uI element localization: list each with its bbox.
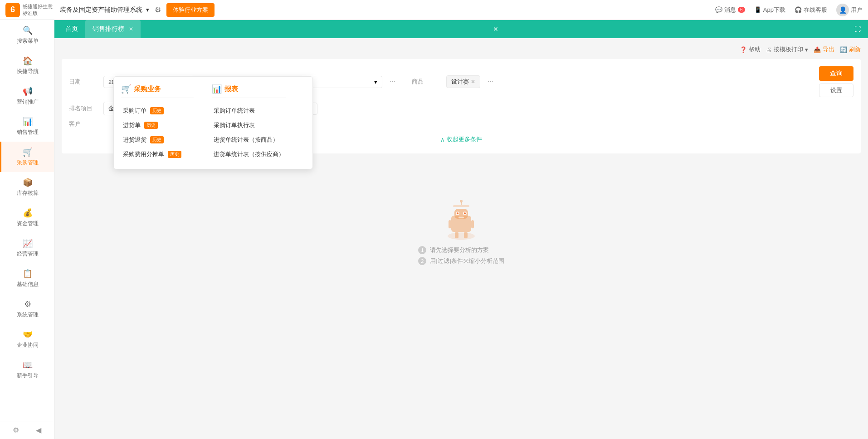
history-badge-return: 历史 — [150, 136, 164, 143]
system-icon: ⚙ — [24, 299, 31, 309]
home-icon: 🏠 — [23, 56, 33, 66]
print-dropdown-icon: ▾ — [805, 46, 808, 53]
tab-sales-rank-label: 销售排行榜 — [93, 25, 124, 33]
history-badge-receipt: 历史 — [144, 122, 158, 129]
tab-close-btn[interactable]: ✕ — [129, 26, 133, 32]
sidebar-item-marketing[interactable]: 📢 营销推广 — [0, 81, 54, 111]
tab-expand-btn[interactable]: ✕ — [489, 25, 502, 33]
purchase-icon: 🛒 — [23, 147, 33, 157]
svg-rect-10 — [455, 232, 458, 238]
logo-text: 畅捷通好生意 标准版 — [23, 3, 53, 16]
sidebar-label-quick-nav: 快捷导航 — [17, 68, 39, 75]
main-layout: 🔍 搜索菜单 🏠 快捷导航 📢 营销推广 📊 销售管理 🛒 采购管理 📦 库存核… — [0, 20, 868, 439]
message-icon: 💬 — [715, 6, 722, 13]
base-info-icon: 📋 — [23, 269, 33, 279]
sidebar-collapse-btn[interactable]: ◀ — [36, 426, 41, 434]
svg-rect-12 — [453, 205, 469, 207]
sidebar-item-operation[interactable]: 📈 经营管理 — [0, 233, 54, 263]
sidebar-label-purchase: 采购管理 — [17, 159, 39, 167]
refresh-btn[interactable]: 🔄 刷新 — [840, 45, 861, 54]
user-btn[interactable]: 👤 用户 — [836, 4, 863, 16]
export-icon: 📤 — [814, 46, 821, 53]
svg-point-0 — [448, 232, 475, 240]
sidebar-item-finance[interactable]: 💰 资金管理 — [0, 202, 54, 233]
tab-sales-rank[interactable]: 销售排行榜 ✕ — [85, 20, 141, 38]
export-btn[interactable]: 📤 导出 — [814, 45, 834, 54]
system-settings-btn[interactable]: ⚙ — [153, 4, 163, 16]
sidebar-label-sales: 销售管理 — [17, 128, 39, 136]
system-dropdown-btn[interactable]: ▾ — [146, 6, 149, 13]
tab-home[interactable]: 首页 — [58, 20, 85, 38]
collapse-icon: ∧ — [440, 136, 445, 143]
customer-label: 客户 — [69, 120, 96, 128]
guide-icon: 📖 — [23, 360, 33, 370]
svg-point-14 — [460, 200, 463, 202]
sidebar-settings-btn[interactable]: ⚙ — [13, 426, 19, 434]
top-bar: 6 畅捷通好生意 标准版 装备及固定资产辅助管理系统 ▾ ⚙ 体验行业方案 💬 … — [0, 0, 868, 20]
sidebar-label-operation: 经营管理 — [17, 250, 39, 258]
search-btn[interactable]: 查询 — [819, 66, 853, 81]
sidebar-item-quick-nav[interactable]: 🏠 快捷导航 — [0, 50, 54, 81]
sales-icon: 📊 — [23, 117, 33, 127]
top-right: 💬 消息 6 📱 App下载 🎧 在线客服 👤 用户 — [715, 4, 863, 16]
settings-btn[interactable]: 设置 — [819, 84, 853, 97]
sidebar: 🔍 搜索菜单 🏠 快捷导航 📢 营销推广 📊 销售管理 🛒 采购管理 📦 库存核… — [0, 20, 54, 439]
sidebar-item-guide[interactable]: 📖 新手引导 — [0, 355, 54, 385]
dropdown-item-receipt-by-supplier[interactable]: 进货单统计表（按供应商） — [212, 147, 286, 162]
dropdown-item-purchase-order[interactable]: 采购订单 历史 — [121, 104, 194, 118]
sidebar-item-inventory[interactable]: 📦 库存核算 — [0, 172, 54, 202]
sidebar-label-finance: 资金管理 — [17, 220, 39, 227]
system-title-area: 装备及固定资产辅助管理系统 ▾ ⚙ 体验行业方案 — [60, 3, 715, 17]
svg-point-6 — [464, 212, 466, 214]
sidebar-label-enterprise: 企业协同 — [17, 341, 39, 349]
messages-btn[interactable]: 💬 消息 6 — [715, 6, 745, 14]
enterprise-icon: 🤝 — [23, 330, 33, 340]
history-badge-fee: 历史 — [168, 151, 181, 158]
sidebar-item-search[interactable]: 🔍 搜索菜单 — [0, 20, 54, 50]
dropdown-item-purchase-receipt[interactable]: 进货单 历史 — [121, 118, 194, 133]
phone-icon: 📱 — [754, 6, 761, 13]
sidebar-item-base-info[interactable]: 📋 基础信息 — [0, 263, 54, 294]
purchase-col-title: 🛒 采购业务 — [121, 84, 194, 98]
tab-bar: 首页 销售排行榜 ✕ ✕ ⛶ — [54, 20, 868, 38]
empty-step-1: 1 请先选择要分析的方案 — [418, 246, 504, 254]
marketing-icon: 📢 — [23, 86, 33, 96]
goods-more[interactable]: ··· — [488, 78, 493, 86]
svg-rect-11 — [464, 232, 468, 238]
sidebar-label-marketing: 营销推广 — [17, 98, 39, 106]
toolbar: ❓ 帮助 🖨 按模板打印 ▾ 📤 导出 🔄 刷新 — [62, 45, 861, 54]
search-icon: 🔍 — [23, 25, 33, 35]
rank-label: 排名项目 — [69, 104, 96, 113]
sidebar-item-sales[interactable]: 📊 销售管理 — [0, 111, 54, 142]
print-icon: 🖨 — [766, 46, 772, 53]
sidebar-item-enterprise[interactable]: 🤝 企业协同 — [0, 324, 54, 355]
dropdown-item-order-exec[interactable]: 采购订单执行表 — [212, 118, 286, 133]
action-btns: 查询 设置 — [819, 66, 853, 97]
dropdown-item-order-stats[interactable]: 采购订单统计表 — [212, 104, 286, 118]
dropdown-item-receipt-by-goods[interactable]: 进货单统计表（按商品） — [212, 133, 286, 147]
industry-btn[interactable]: 体验行业方案 — [166, 3, 215, 17]
dropdown-item-purchase-return[interactable]: 进货退货 历史 — [121, 133, 194, 147]
sidebar-item-system[interactable]: ⚙ 系统管理 — [0, 294, 54, 324]
empty-state: 1 请先选择要分析的方案 2 用[过滤]条件来缩小分析范围 — [62, 159, 861, 301]
user-avatar: 👤 — [836, 4, 849, 16]
online-service-btn[interactable]: 🎧 在线客服 — [795, 6, 827, 14]
svg-rect-8 — [449, 220, 451, 228]
logo-icon: 6 — [5, 3, 20, 17]
goods-tag[interactable]: 设计赛 ✕ — [446, 75, 480, 88]
help-btn[interactable]: ❓ 帮助 — [740, 45, 761, 54]
print-btn[interactable]: 🖨 按模板打印 ▾ — [766, 45, 808, 54]
report-col-title: 📊 报表 — [212, 84, 286, 98]
fullscreen-icon: ⛶ — [854, 25, 861, 33]
logo-area: 6 畅捷通好生意 标准版 — [5, 3, 60, 17]
dropdown-item-purchase-fee[interactable]: 采购费用分摊单 历史 — [121, 147, 194, 162]
app-download-btn[interactable]: 📱 App下载 — [754, 6, 785, 14]
sidebar-item-purchase[interactable]: 🛒 采购管理 — [0, 142, 54, 172]
goods-tag-close[interactable]: ✕ — [471, 79, 475, 85]
voucher-status-more[interactable]: ··· — [390, 78, 395, 86]
dropdown-menu-content: 🛒 采购业务 采购订单 历史 进货单 历史 进货退货 历史 — [113, 76, 313, 169]
purchase-col-icon: 🛒 — [121, 84, 131, 94]
empty-illustration — [439, 195, 484, 241]
system-title-text: 装备及固定资产辅助管理系统 — [60, 6, 142, 14]
tab-fullscreen-btn[interactable]: ⛶ — [851, 25, 864, 33]
